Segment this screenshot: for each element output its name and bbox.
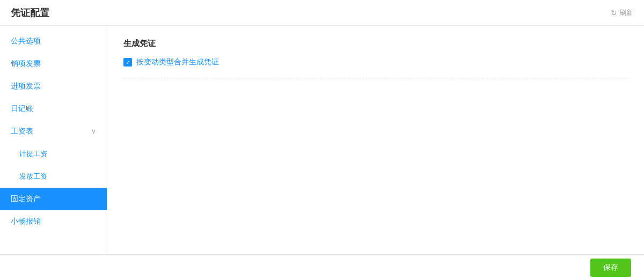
merge-checkbox[interactable] xyxy=(123,58,132,67)
page-footer: 保存 xyxy=(0,254,644,280)
sidebar-item-journal[interactable]: 日记账 xyxy=(0,98,107,120)
sidebar: 公共选项 销项发票 进项发票 日记账 工资表 ∨ 计提工资 发放工资 固定资产 … xyxy=(0,26,107,254)
chevron-down-icon: ∨ xyxy=(91,128,96,135)
sidebar-item-label: 工资表 xyxy=(11,127,33,136)
section-divider xyxy=(123,78,628,78)
save-button[interactable]: 保存 xyxy=(590,259,631,277)
refresh-button[interactable]: ↻ 刷新 xyxy=(611,8,633,18)
sidebar-item-label: 公共选项 xyxy=(11,36,41,46)
sidebar-item-pay-payroll[interactable]: 发放工资 xyxy=(0,165,107,188)
sidebar-item-label: 日记账 xyxy=(11,104,33,114)
sidebar-item-label: 小畅报销 xyxy=(11,217,41,226)
refresh-label: 刷新 xyxy=(619,8,633,18)
sidebar-item-sales-invoice[interactable]: 销项发票 xyxy=(0,53,107,75)
sidebar-item-label: 发放工资 xyxy=(19,172,47,181)
sidebar-item-expense-report[interactable]: 小畅报销 xyxy=(0,210,107,233)
section-title: 生成凭证 xyxy=(123,39,628,49)
refresh-icon: ↻ xyxy=(611,9,617,17)
sidebar-item-payroll-table[interactable]: 工资表 ∨ xyxy=(0,120,107,143)
sidebar-item-label: 进项发票 xyxy=(11,82,41,91)
main-content: 生成凭证 按变动类型合并生成凭证 xyxy=(107,26,644,254)
sidebar-item-public-options[interactable]: 公共选项 xyxy=(0,30,107,53)
sidebar-item-calc-payroll[interactable]: 计提工资 xyxy=(0,143,107,165)
sidebar-item-fixed-assets[interactable]: 固定资产 xyxy=(0,188,107,210)
checkbox-row: 按变动类型合并生成凭证 xyxy=(123,57,628,67)
main-layout: 公共选项 销项发票 进项发票 日记账 工资表 ∨ 计提工资 发放工资 固定资产 … xyxy=(0,26,644,254)
merge-checkbox-label: 按变动类型合并生成凭证 xyxy=(136,57,219,67)
page-header: 凭证配置 ↻ 刷新 xyxy=(0,0,644,26)
page-title: 凭证配置 xyxy=(11,6,49,19)
sidebar-item-label: 固定资产 xyxy=(11,194,41,204)
sidebar-item-purchase-invoice[interactable]: 进项发票 xyxy=(0,75,107,98)
sidebar-item-label: 计提工资 xyxy=(19,149,47,159)
sidebar-item-label: 销项发票 xyxy=(11,59,41,69)
